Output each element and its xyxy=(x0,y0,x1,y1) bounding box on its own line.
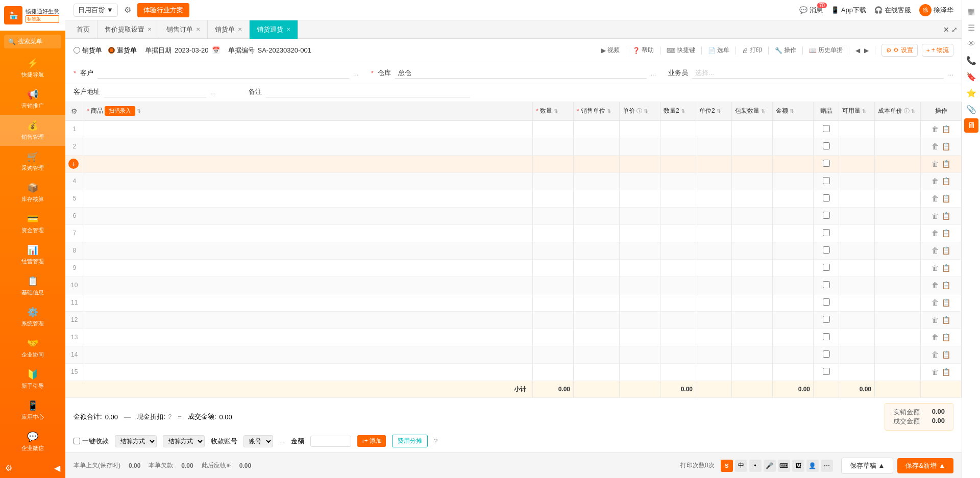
tool-icon-zh[interactable]: 中 xyxy=(735,460,747,472)
unit-cell[interactable] xyxy=(574,120,620,138)
return-radio[interactable]: 退货单 xyxy=(108,46,137,55)
footer-help-icon[interactable]: ? xyxy=(434,437,437,445)
copy-row-button[interactable]: 📋 xyxy=(942,229,950,237)
save-draft-button[interactable]: 保存草稿 ▲ xyxy=(841,458,894,474)
price-info-icon[interactable]: ⓘ xyxy=(636,107,642,115)
qty2-cell[interactable] xyxy=(660,120,696,138)
gift-checkbox[interactable] xyxy=(823,281,830,288)
scan-button[interactable]: 扫码录入 xyxy=(105,106,135,116)
sidebar-item-purchase[interactable]: 🛒 采购管理 xyxy=(0,146,65,177)
warehouse-input[interactable] xyxy=(395,67,647,79)
gift-checkbox[interactable] xyxy=(823,298,830,306)
clip-icon[interactable]: 📎 xyxy=(964,102,978,116)
available-cell[interactable] xyxy=(839,155,875,172)
unit-sort-icon[interactable]: ⇅ xyxy=(607,108,611,114)
delete-row-button[interactable]: 🗑 xyxy=(932,177,939,185)
product-input[interactable] xyxy=(87,125,530,133)
copy-row-button[interactable]: 📋 xyxy=(942,281,950,289)
price-sort-icon[interactable]: ⇅ xyxy=(644,108,648,114)
price-cell[interactable] xyxy=(620,155,660,172)
product-cell[interactable] xyxy=(84,138,533,155)
product-cell[interactable] xyxy=(84,329,533,346)
pack-cell[interactable] xyxy=(732,138,773,155)
available-cell[interactable] xyxy=(839,138,875,155)
copy-row-button[interactable]: 📋 xyxy=(942,212,950,220)
product-cell[interactable] xyxy=(84,207,533,224)
sidebar-settings-button[interactable]: ⚙ xyxy=(5,463,12,473)
user-menu[interactable]: 徐 徐泽华 xyxy=(919,4,953,16)
account-picker-button[interactable]: ... xyxy=(279,437,285,445)
product-cell[interactable] xyxy=(84,224,533,242)
sidebar-item-system[interactable]: ⚙️ 系统管理 xyxy=(0,301,65,333)
sort-icon[interactable]: ⇅ xyxy=(137,108,141,114)
gift-checkbox[interactable] xyxy=(823,264,830,271)
gift-checkbox[interactable] xyxy=(823,194,830,202)
price-cell[interactable] xyxy=(620,138,660,155)
copy-row-button[interactable]: 📋 xyxy=(942,368,950,376)
tab-sale-out-close[interactable]: ✕ xyxy=(238,27,242,32)
message-button[interactable]: 💬 消息 70 xyxy=(799,6,823,15)
payment-amount-input[interactable] xyxy=(310,436,351,447)
gift-checkbox[interactable] xyxy=(823,316,830,323)
delete-row-button[interactable]: 🗑 xyxy=(932,125,939,133)
product-cell[interactable] xyxy=(84,363,533,381)
tool-icon-mic[interactable]: 🎤 xyxy=(764,460,776,472)
tab-sale-out[interactable]: 销货单 ✕ xyxy=(208,20,250,39)
sidebar-item-basics[interactable]: 📋 基础信息 xyxy=(0,270,65,301)
unit2-sort-icon[interactable]: ⇅ xyxy=(717,108,721,114)
salesperson-input[interactable] xyxy=(692,67,944,79)
available-cell[interactable] xyxy=(839,120,875,138)
gift-cell[interactable] xyxy=(814,155,839,172)
service-button[interactable]: 🎧 在线客服 xyxy=(874,6,911,15)
onepay-checkbox-input[interactable] xyxy=(74,438,80,444)
history-button[interactable]: 📖 历史单据 xyxy=(809,46,843,55)
amount-cell[interactable] xyxy=(773,120,814,138)
copy-row-button[interactable]: 📋 xyxy=(942,333,950,341)
delete-row-button[interactable]: 🗑 xyxy=(932,160,939,168)
tab-close-all-button[interactable]: ✕ xyxy=(943,26,949,34)
dropdown-arrow-icon2[interactable]: ▲ xyxy=(939,462,945,469)
copy-row-button[interactable]: 📋 xyxy=(942,160,950,168)
phone-icon[interactable]: 📞 xyxy=(964,53,978,67)
sidebar-item-operations[interactable]: 📊 经营管理 xyxy=(0,239,65,270)
gift-checkbox[interactable] xyxy=(823,350,830,358)
sidebar-collapse-button[interactable]: ◀ xyxy=(54,463,60,473)
table-view-icon[interactable]: ▦ xyxy=(964,4,978,18)
address-picker-button[interactable]: ... xyxy=(210,88,216,96)
product-cell[interactable] xyxy=(84,294,533,311)
discount-help-icon[interactable]: ? xyxy=(168,413,172,420)
calc-method-select[interactable]: 结算方式 xyxy=(163,435,205,447)
delete-row-button[interactable]: 🗑 xyxy=(932,194,939,203)
dropdown-arrow-icon[interactable]: ▲ xyxy=(878,462,885,469)
available-sort-icon[interactable]: ⇅ xyxy=(862,108,866,114)
product-cell[interactable] xyxy=(84,259,533,276)
table-settings-icon[interactable]: ⚙ xyxy=(71,107,78,115)
eye-icon[interactable]: 👁 xyxy=(964,37,978,51)
sidebar-item-marketing[interactable]: 📢 营销推广 xyxy=(0,84,65,115)
tab-home[interactable]: 首页 xyxy=(69,20,97,39)
amount-sort-icon[interactable]: ⇅ xyxy=(790,108,794,114)
warehouse-picker-button[interactable]: ... xyxy=(651,69,656,77)
customer-input[interactable] xyxy=(97,67,349,79)
gift-checkbox[interactable] xyxy=(823,368,830,375)
sidebar-item-shortcuts[interactable]: ⚡ 快捷导航 xyxy=(0,53,65,84)
gift-cell[interactable] xyxy=(814,120,839,138)
delete-row-button[interactable]: 🗑 xyxy=(932,368,939,376)
split-costs-button[interactable]: 费用分摊 xyxy=(392,435,428,447)
search-menu-button[interactable]: 🔍 搜索菜单 xyxy=(4,35,61,48)
sale-out-radio-input[interactable] xyxy=(74,47,80,54)
account-select[interactable]: 账号 xyxy=(243,435,273,447)
qty2-sort-icon[interactable]: ⇅ xyxy=(681,108,685,114)
video-button[interactable]: ▶ 视频 xyxy=(601,46,620,55)
delete-row-button[interactable]: 🗑 xyxy=(932,281,939,289)
delete-row-button[interactable]: 🗑 xyxy=(932,350,939,359)
price-cell[interactable] xyxy=(620,120,660,138)
category-select[interactable]: 日用百货 ▼ xyxy=(74,4,118,17)
trial-button[interactable]: 体验行业方案 xyxy=(137,3,189,17)
add-payment-button[interactable]: + + 添加 xyxy=(357,435,386,447)
sidebar-item-appstore[interactable]: 📱 应用中心 xyxy=(0,395,65,426)
tab-sale-price-close[interactable]: ✕ xyxy=(148,27,152,32)
cost-info-icon[interactable]: ⓘ xyxy=(904,107,910,115)
copy-row-button[interactable]: 📋 xyxy=(942,264,950,272)
copy-row-button[interactable]: 📋 xyxy=(942,246,950,255)
